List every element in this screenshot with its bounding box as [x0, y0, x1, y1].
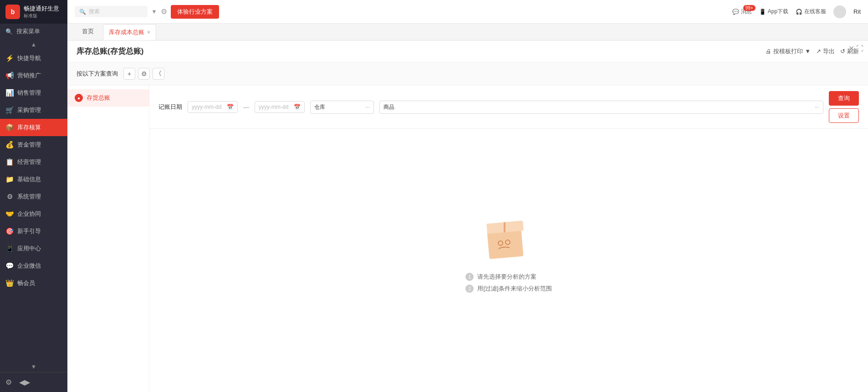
collapse-filter-btn[interactable]: 《	[153, 68, 164, 80]
page-header: 库存总账(存货总账) 🖨 按模板打印 ▼ ↗ 导出 ↺ 刷新	[67, 41, 868, 62]
goods-more-icon[interactable]: ···	[815, 104, 819, 110]
app-download-item[interactable]: 📱 App下载	[759, 8, 788, 15]
nav-label-purchase: 采购管理	[17, 106, 41, 114]
warehouse-select[interactable]: 仓库 ···	[310, 101, 374, 114]
resize-panel-btn[interactable]: ⛶	[856, 45, 863, 53]
tab-active-ledger[interactable]: 库存成本总账 ×	[103, 24, 156, 40]
online-service-icon: 🎧	[796, 9, 802, 15]
topbar-dropdown-icon[interactable]: ▼	[151, 8, 157, 15]
tab-active-label: 库存成本总账	[109, 28, 144, 36]
topbar-settings-icon[interactable]: ⚙	[161, 7, 167, 16]
topbar-left: 🔍 搜索 ▼ ⚙ 体验行业方案	[75, 5, 729, 19]
search-row: 记账日期 yyyy-mm-dd 📅 — yyyy-mm-dd 📅 仓库 ···	[149, 86, 868, 129]
nav-label-basic-info: 基础信息	[17, 175, 41, 183]
sidebar-bottom: ⚙ ◀▶	[0, 372, 67, 392]
nav-icon-guide: 🎯	[5, 227, 14, 235]
date-to-input[interactable]: yyyy-mm-dd 📅	[255, 101, 305, 113]
nav-label-member: 畅会员	[17, 279, 35, 287]
nav-label-app-center: 应用中心	[17, 244, 41, 253]
message-icon: 💬	[732, 9, 739, 15]
sidebar: b 畅捷通好生意 标准版 🔍 搜索菜单 ▲ ⚡ 快捷导航 📢 营销推广 📊 销售…	[0, 0, 67, 392]
app-title: 畅捷通好生意	[24, 5, 59, 13]
nav-icon-sales: 📊	[5, 89, 14, 97]
sidebar-item-app-center[interactable]: 📱 应用中心	[0, 240, 67, 257]
topbar-right: 💬 消息 99+ 📱 App下载 🎧 在线客服 Rit	[732, 5, 861, 18]
sidebar-item-marketing[interactable]: 📢 营销推广	[0, 67, 67, 84]
export-label: 导出	[823, 47, 835, 56]
left-panel-item-inventory-ledger[interactable]: ● 存货总账	[67, 89, 149, 107]
message-item[interactable]: 💬 消息 99+	[732, 8, 752, 15]
tab-bar: 首页 库存成本总账 ×	[67, 24, 868, 41]
print-template-btn[interactable]: 🖨 按模板打印 ▼	[766, 47, 811, 56]
sidebar-item-operation[interactable]: 📋 经营管理	[0, 153, 67, 171]
nav-label-operation: 经营管理	[17, 158, 41, 166]
date-from-input[interactable]: yyyy-mm-dd 📅	[188, 101, 238, 113]
online-service-item[interactable]: 🎧 在线客服	[796, 8, 826, 15]
sidebar-item-quick-nav[interactable]: ⚡ 快捷导航	[0, 50, 67, 67]
settings-icon[interactable]: ⚙	[5, 378, 12, 387]
industry-btn[interactable]: 体验行业方案	[171, 5, 219, 19]
nav-icon-operation: 📋	[5, 158, 14, 166]
nav-label-marketing: 营销推广	[17, 71, 41, 80]
hint-text-1: 请先选择要分析的方案	[477, 273, 536, 281]
date-to-placeholder: yyyy-mm-dd	[259, 104, 288, 110]
sidebar-item-sales[interactable]: 📊 销售管理	[0, 84, 67, 102]
nav-icon-wechat: 💬	[5, 262, 14, 270]
search-menu-item[interactable]: 🔍 搜索菜单	[0, 24, 67, 39]
nav-icon-marketing: 📢	[5, 71, 14, 80]
warehouse-label: 仓库	[314, 103, 325, 111]
topbar-search-icon: 🔍	[79, 9, 86, 15]
search-menu-label: 搜索菜单	[16, 27, 40, 36]
export-icon: ↗	[816, 48, 821, 55]
sidebar-item-inventory[interactable]: 📦 库存核算	[0, 119, 67, 136]
nav-icon-quick-nav: ⚡	[5, 54, 14, 62]
date-label: 记账日期	[158, 103, 182, 111]
export-btn[interactable]: ↗ 导出	[816, 47, 835, 56]
nav-label-system: 系统管理	[17, 193, 41, 201]
sidebar-item-basic-info[interactable]: 📁 基础信息	[0, 171, 67, 188]
item-label-inventory-ledger: 存货总账	[87, 94, 110, 102]
empty-illustration	[481, 212, 536, 264]
filter-settings-btn[interactable]: ⚙	[138, 68, 150, 80]
nav-icon-cooperation: 🤝	[5, 210, 14, 218]
filter-settings-icon: ⚙	[141, 70, 147, 77]
svg-rect-0	[487, 229, 524, 259]
topbar-search-box[interactable]: 🔍 搜索	[75, 6, 148, 17]
page-title: 库存总账(存货总账)	[77, 46, 143, 56]
hint-item-1: 1 请先选择要分析的方案	[465, 273, 551, 281]
settings-btn[interactable]: 设置	[829, 108, 859, 123]
scroll-down-btn[interactable]: ▼	[0, 361, 67, 372]
nav-label-wechat: 企业微信	[17, 262, 41, 270]
scroll-up-btn[interactable]: ▲	[0, 39, 67, 50]
sidebar-item-member[interactable]: 👑 畅会员	[0, 275, 67, 292]
sidebar-item-wechat[interactable]: 💬 企业微信	[0, 257, 67, 275]
search-actions: 查询 设置	[829, 91, 859, 123]
close-panel-btn[interactable]: ✕	[848, 44, 854, 53]
add-filter-btn[interactable]: +	[123, 68, 135, 80]
goods-select[interactable]: 商品 ···	[379, 101, 823, 114]
date-separator: —	[243, 104, 249, 111]
nav-icon-member: 👑	[5, 279, 14, 287]
nav-icon-system: ⚙	[5, 193, 14, 201]
tab-close-btn[interactable]: ×	[147, 29, 150, 36]
filter-area: 按以下方案查询 + ⚙ 《	[67, 62, 868, 86]
sidebar-item-guide[interactable]: 🎯 新手引导	[0, 223, 67, 240]
sidebar-item-cooperation[interactable]: 🤝 企业协同	[0, 205, 67, 223]
collapse-icon[interactable]: ◀▶	[19, 378, 30, 387]
app-download-icon: 📱	[759, 9, 766, 15]
sidebar-item-finance[interactable]: 💰 资金管理	[0, 136, 67, 153]
search-btn[interactable]: 查询	[829, 91, 859, 106]
nav-label-finance: 资金管理	[17, 141, 41, 149]
calendar-from-icon[interactable]: 📅	[227, 104, 234, 110]
tab-home[interactable]: 首页	[75, 24, 101, 40]
calendar-to-icon[interactable]: 📅	[294, 104, 301, 110]
nav-icon-basic-info: 📁	[5, 175, 14, 183]
page-content: ✕ ⛶ 库存总账(存货总账) 🖨 按模板打印 ▼ ↗ 导出 ↺ 刷新	[67, 41, 868, 392]
sidebar-item-purchase[interactable]: 🛒 采购管理	[0, 102, 67, 119]
sidebar-item-system[interactable]: ⚙ 系统管理	[0, 188, 67, 205]
search-icon: 🔍	[5, 28, 13, 35]
empty-state: 1 请先选择要分析的方案 2 用[过滤]条件来缩小分析范围	[465, 113, 551, 392]
warehouse-more-icon[interactable]: ···	[365, 104, 370, 110]
print-label: 按模板打印	[773, 47, 803, 56]
user-avatar[interactable]	[833, 5, 846, 18]
